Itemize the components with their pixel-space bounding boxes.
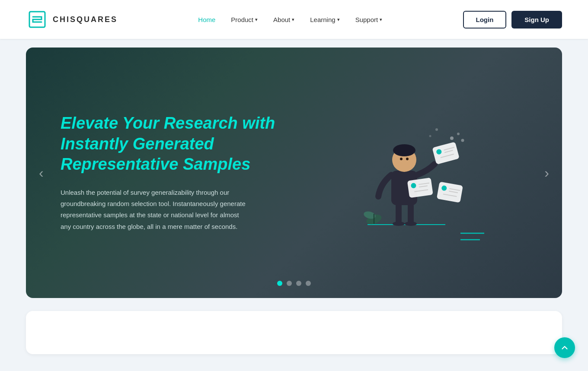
- carousel-next-button[interactable]: ›: [540, 161, 553, 185]
- hero-content: Elevate Your Research with Instantly Gen…: [61, 113, 285, 232]
- svg-point-38: [429, 135, 431, 137]
- svg-point-14: [406, 158, 409, 160]
- carousel-dots: [277, 281, 311, 286]
- svg-point-12: [393, 144, 415, 156]
- chevron-down-icon: ▾: [255, 17, 258, 22]
- svg-rect-8: [396, 203, 402, 225]
- hero-illustration: [285, 99, 527, 246]
- scroll-top-button[interactable]: [554, 337, 575, 358]
- hero-slider: ‹ Elevate Your Research with Instantly G…: [26, 48, 562, 298]
- nav-links: Home Product ▾ About ▾ Learning ▾ Suppor…: [192, 13, 388, 27]
- bottom-section: [0, 307, 588, 363]
- svg-point-13: [400, 158, 403, 160]
- carousel-prev-button[interactable]: ‹: [35, 161, 48, 185]
- hero-wrapper: ‹ Elevate Your Research with Instantly G…: [0, 39, 588, 307]
- chevron-down-icon: ▾: [380, 17, 382, 22]
- nav-product[interactable]: Product ▾: [225, 13, 264, 27]
- svg-point-36: [461, 139, 464, 142]
- svg-rect-20: [437, 182, 463, 203]
- nav-home[interactable]: Home: [192, 13, 221, 27]
- carousel-dot-1[interactable]: [277, 281, 282, 286]
- login-button[interactable]: Login: [463, 11, 507, 29]
- hero-title: Elevate Your Research with Instantly Gen…: [61, 113, 285, 175]
- svg-rect-9: [408, 203, 414, 225]
- svg-point-34: [450, 136, 454, 140]
- hero-svg-illustration: [324, 104, 489, 242]
- signup-button[interactable]: Sign Up: [511, 11, 562, 29]
- hero-description: Unleash the potential of survey generali…: [61, 187, 251, 232]
- chevron-down-icon: ▾: [292, 17, 294, 22]
- carousel-dot-3[interactable]: [296, 281, 301, 286]
- carousel-dot-4[interactable]: [306, 281, 311, 286]
- carousel-dot-2[interactable]: [287, 281, 292, 286]
- nav-support[interactable]: Support ▾: [349, 13, 389, 27]
- nav-about[interactable]: About ▾: [267, 13, 300, 27]
- arrow-up-icon: [560, 343, 569, 352]
- bottom-card: [26, 311, 562, 354]
- svg-rect-15: [432, 142, 459, 165]
- nav-auth: Login Sign Up: [463, 11, 562, 29]
- navbar: CHISQUARES Home Product ▾ About ▾ Learni…: [0, 0, 588, 39]
- chevron-down-icon: ▾: [337, 17, 340, 22]
- svg-point-35: [457, 133, 460, 135]
- logo-icon: [26, 8, 48, 31]
- svg-point-37: [435, 128, 438, 131]
- brand-name: CHISQUARES: [53, 15, 118, 24]
- nav-learning[interactable]: Learning ▾: [304, 13, 345, 27]
- logo-area[interactable]: CHISQUARES: [26, 8, 118, 31]
- svg-rect-25: [407, 178, 433, 198]
